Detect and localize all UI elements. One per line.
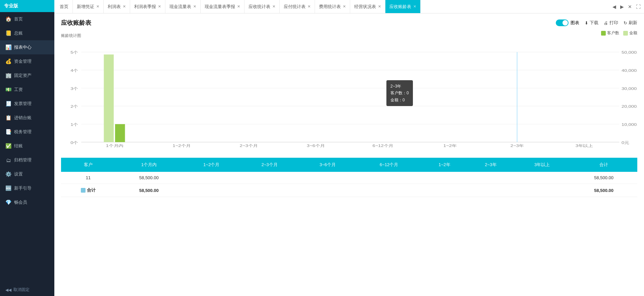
sidebar-item-home[interactable]: 🏠 首页 xyxy=(0,12,54,26)
tab-biz-status[interactable]: 经营状况表 ✕ xyxy=(350,0,385,13)
sidebar-item-asset[interactable]: 🏢 固定资产 xyxy=(0,68,54,83)
tab-ap-stat[interactable]: 应付统计表 ✕ xyxy=(280,0,315,13)
sidebar-item-tax[interactable]: 📑 税务管理 xyxy=(0,125,54,139)
tab-close-ar-aging[interactable]: ✕ xyxy=(413,4,416,9)
col-m1: 1个月内 xyxy=(115,158,182,172)
guide-icon: 🆕 xyxy=(5,185,11,191)
sidebar-item-fund[interactable]: 💰 资金管理 xyxy=(0,54,54,68)
tax-icon: 📑 xyxy=(5,129,11,135)
sidebar-item-report[interactable]: 📊 报表中心 xyxy=(0,40,54,54)
tab-close-all-button[interactable]: ✕ xyxy=(626,0,634,13)
cell-y23 xyxy=(468,172,514,184)
print-button[interactable]: 🖨 打印 xyxy=(604,20,618,26)
svg-text:40,000.00元: 40,000.00元 xyxy=(622,68,637,73)
chart-svg: 0个 1个 2个 3个 4个 5个 0元 10,000.00元 20,000.0… xyxy=(61,40,637,147)
svg-text:50,000.00元: 50,000.00元 xyxy=(622,50,637,55)
tab-expense-stat[interactable]: 费用统计表 ✕ xyxy=(315,0,350,13)
archive-icon: 🗂 xyxy=(5,157,11,163)
legend-customer-color xyxy=(601,31,606,36)
legend-customer-label: 客户数 xyxy=(607,30,619,36)
fund-icon: 💰 xyxy=(5,58,11,64)
closing-icon: ✅ xyxy=(5,143,11,149)
tab-close-cashflow[interactable]: ✕ xyxy=(193,4,196,9)
tab-close-ar-stat[interactable]: ✕ xyxy=(272,4,275,9)
svg-text:1个: 1个 xyxy=(70,122,78,127)
col-y3plus: 3年以上 xyxy=(514,158,570,172)
svg-text:2~3年: 2~3年 xyxy=(511,144,524,147)
bar-amount-0 xyxy=(104,54,114,142)
tab-voucher[interactable]: 新增凭证 ✕ xyxy=(73,0,104,13)
svg-text:1~2个月: 1~2个月 xyxy=(173,144,191,147)
bar-count-0 xyxy=(115,124,125,142)
cell-m1: 58,500.00 xyxy=(115,172,182,184)
tab-close-cashflow-quarterly[interactable]: ✕ xyxy=(237,4,240,9)
sidebar-item-closing[interactable]: ✅ 结账 xyxy=(0,139,54,153)
sidebar-item-label: 首页 xyxy=(14,16,23,22)
svg-text:5个: 5个 xyxy=(70,50,78,55)
sidebar-item-salary[interactable]: 💵 工资 xyxy=(0,83,54,97)
tab-ar-aging[interactable]: 应收账龄表 ✕ xyxy=(385,0,421,13)
cell-total-label: 合计 xyxy=(61,184,115,197)
sidebar-unpin-button[interactable]: ◀◀ 取消固定 xyxy=(0,284,54,296)
sidebar-item-label: 新手引导 xyxy=(14,185,32,191)
sidebar-item-member[interactable]: 💎 畅会员 xyxy=(0,195,54,209)
chart-toggle[interactable]: 图表 xyxy=(556,19,579,26)
sidebar-item-invoice[interactable]: 🧾 发票管理 xyxy=(0,97,54,111)
sidebar-item-label: 总账 xyxy=(14,30,23,36)
sidebar-item-label: 设置 xyxy=(14,171,23,177)
toggle-switch-control[interactable] xyxy=(556,19,569,26)
sidebar: 专业版 🏠 首页 📒 总账 📊 报表中心 💰 资金管理 🏢 固定资产 💵 工资 … xyxy=(0,0,54,296)
svg-text:10,000.00元: 10,000.00元 xyxy=(622,122,637,127)
salary-icon: 💵 xyxy=(5,87,11,93)
svg-text:3个: 3个 xyxy=(70,86,78,91)
chart-legend: 客户数 金额 xyxy=(601,30,637,36)
sidebar-logo: 专业版 xyxy=(0,0,54,12)
tab-close-ap-stat[interactable]: ✕ xyxy=(308,4,311,9)
legend-customer: 客户数 xyxy=(601,30,619,36)
settings-icon: ⚙️ xyxy=(5,171,11,177)
tab-next-button[interactable]: ▶ xyxy=(618,0,626,13)
svg-text:0个: 0个 xyxy=(70,140,78,145)
tab-cashflow-quarterly[interactable]: 现金流量表季报 ✕ xyxy=(201,0,245,13)
sidebar-item-label: 归档管理 xyxy=(14,157,32,163)
svg-text:1~2年: 1~2年 xyxy=(443,144,457,147)
sidebar-item-settings[interactable]: ⚙️ 设置 xyxy=(0,167,54,181)
main-content: 首页 新增凭证 ✕ 利润表 ✕ 利润表季报 ✕ 现金流量表 ✕ 现金流量表季报 … xyxy=(54,0,644,296)
sidebar-item-guide[interactable]: 🆕 新手引导 xyxy=(0,181,54,195)
cell-y12 xyxy=(421,172,468,184)
tab-expand-button[interactable]: ⛶ xyxy=(634,0,643,13)
sidebar-item-label: 资金管理 xyxy=(14,58,32,64)
tab-prev-button[interactable]: ◀ xyxy=(610,0,618,13)
header-actions: 图表 ⬇ 下载 🖨 打印 ↻ 刷新 xyxy=(556,19,637,26)
tab-cashflow[interactable]: 现金流量表 ✕ xyxy=(165,0,201,13)
tab-close-expense-stat[interactable]: ✕ xyxy=(343,4,346,9)
col-y12: 1~2年 xyxy=(421,158,468,172)
tab-home[interactable]: 首页 xyxy=(56,0,73,13)
tab-ar-stat[interactable]: 应收统计表 ✕ xyxy=(245,0,280,13)
tab-close-voucher[interactable]: ✕ xyxy=(96,4,99,9)
sidebar-item-archive[interactable]: 🗂 归档管理 xyxy=(0,153,54,167)
chart-toggle-label: 图表 xyxy=(571,20,579,26)
tab-bar: 首页 新增凭证 ✕ 利润表 ✕ 利润表季报 ✕ 现金流量表 ✕ 现金流量表季报 … xyxy=(54,0,644,13)
print-icon: 🖨 xyxy=(604,20,608,26)
col-m23: 2~3个月 xyxy=(240,158,299,172)
table-row: 11 58,500.00 58,500.00 xyxy=(61,172,637,184)
refresh-icon: ↻ xyxy=(624,20,627,26)
legend-amount: 金额 xyxy=(623,30,637,36)
sidebar-item-sales[interactable]: 📋 进销台账 xyxy=(0,111,54,125)
download-button[interactable]: ⬇ 下载 xyxy=(585,20,598,26)
tab-close-biz-status[interactable]: ✕ xyxy=(378,4,381,9)
total-total: 58,500.00 xyxy=(570,184,637,197)
sidebar-item-ledger[interactable]: 📒 总账 xyxy=(0,26,54,40)
tab-profit-quarterly[interactable]: 利润表季报 ✕ xyxy=(130,0,165,13)
tab-close-profit[interactable]: ✕ xyxy=(123,4,126,9)
refresh-button[interactable]: ↻ 刷新 xyxy=(624,20,637,26)
total-m612 xyxy=(357,184,421,197)
tab-profit[interactable]: 利润表 ✕ xyxy=(104,0,130,13)
table-header-row: 客户 1个月内 1~2个月 2~3个月 3~6个月 6~12个月 1~2年 2~… xyxy=(61,158,637,172)
page-header: 应收账龄表 图表 ⬇ 下载 🖨 打印 ↻ 刷新 xyxy=(54,13,644,30)
legend-amount-color xyxy=(623,31,628,36)
tab-close-profit-quarterly[interactable]: ✕ xyxy=(158,4,161,9)
member-icon: 💎 xyxy=(5,199,11,205)
chart-title: 账龄统计图 xyxy=(61,30,81,40)
